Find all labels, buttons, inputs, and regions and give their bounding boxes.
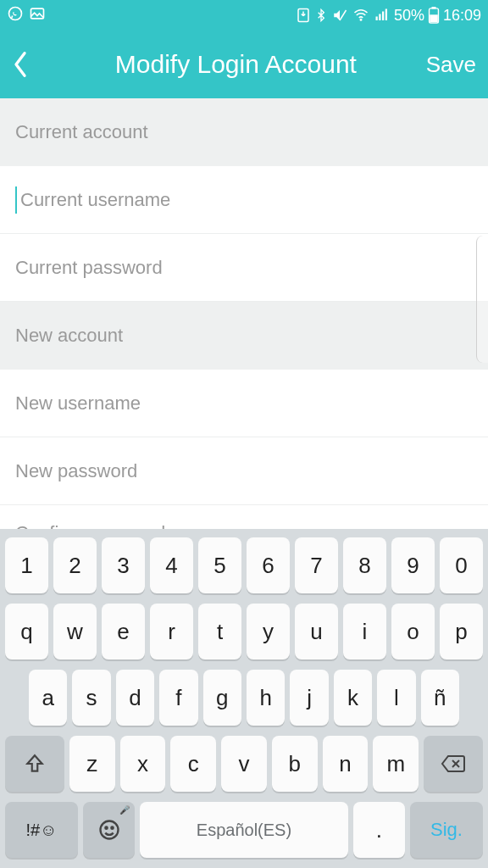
section-new-account: New account — [0, 302, 488, 370]
svg-rect-10 — [432, 7, 435, 8]
current-username-field[interactable]: Current username — [0, 166, 488, 234]
spacebar[interactable]: Español(ES) — [140, 802, 347, 858]
key-y[interactable]: y — [247, 604, 290, 659]
keyboard-row-3: a s d f g h j k l ñ — [5, 670, 483, 726]
key-r[interactable]: r — [150, 604, 193, 659]
key-b[interactable]: b — [272, 736, 318, 792]
clock: 16:09 — [443, 7, 481, 25]
svg-rect-5 — [375, 17, 377, 21]
keyboard: 1 2 3 4 5 6 7 8 9 0 q w e r t y u i o p … — [0, 529, 488, 868]
key-w[interactable]: w — [53, 604, 97, 659]
current-password-field[interactable]: Current password — [0, 234, 488, 302]
key-4[interactable]: 4 — [150, 537, 193, 593]
svg-point-14 — [100, 821, 118, 839]
key-p[interactable]: p — [440, 604, 483, 659]
new-password-field[interactable]: New password — [0, 437, 488, 505]
emoji-icon — [97, 818, 121, 842]
mute-icon — [331, 8, 348, 23]
battery-percent: 50% — [394, 7, 424, 25]
key-m[interactable]: m — [373, 736, 419, 792]
svg-point-16 — [111, 827, 113, 829]
new-username-placeholder: New username — [15, 392, 141, 415]
key-s[interactable]: s — [72, 670, 110, 726]
key-8[interactable]: 8 — [343, 537, 386, 593]
keyboard-row-1: 1 2 3 4 5 6 7 8 9 0 — [5, 537, 483, 593]
keyboard-row-4: z x c v b n m — [5, 736, 483, 792]
svg-line-3 — [340, 10, 347, 20]
backspace-icon — [441, 754, 466, 773]
form-content: Current account Current username Current… — [0, 98, 488, 548]
shift-key[interactable] — [5, 736, 64, 792]
svg-rect-7 — [382, 12, 384, 21]
svg-point-4 — [360, 19, 362, 21]
key-2[interactable]: 2 — [53, 537, 97, 593]
status-bar: 50% 16:09 — [0, 0, 488, 31]
signal-icon — [374, 8, 391, 23]
period-key[interactable]: . — [353, 802, 405, 858]
backspace-key[interactable] — [424, 736, 483, 792]
key-d[interactable]: d — [116, 670, 154, 726]
svg-point-0 — [9, 8, 22, 20]
shift-icon — [24, 753, 46, 775]
key-f[interactable]: f — [159, 670, 197, 726]
key-j[interactable]: j — [290, 670, 328, 726]
key-t[interactable]: t — [198, 604, 241, 659]
whatsapp-icon — [7, 5, 24, 25]
new-username-field[interactable]: New username — [0, 370, 488, 437]
key-9[interactable]: 9 — [391, 537, 435, 593]
key-k[interactable]: k — [334, 670, 372, 726]
key-z[interactable]: z — [69, 736, 115, 792]
scroll-handle[interactable] — [476, 236, 488, 363]
key-7[interactable]: 7 — [295, 537, 338, 593]
svg-point-15 — [105, 827, 107, 829]
back-button[interactable] — [12, 50, 46, 79]
key-n[interactable]: n — [323, 736, 369, 792]
svg-rect-8 — [385, 9, 387, 21]
text-cursor — [15, 186, 17, 214]
go-key[interactable]: Sig. — [410, 802, 483, 858]
image-icon — [29, 5, 46, 25]
app-bar: Modify Login Account Save — [0, 31, 488, 98]
key-3[interactable]: 3 — [102, 537, 145, 593]
key-h[interactable]: h — [247, 670, 285, 726]
key-ñ[interactable]: ñ — [421, 670, 459, 726]
key-q[interactable]: q — [5, 604, 48, 659]
keyboard-row-2: q w e r t y u i o p — [5, 604, 483, 659]
download-icon — [296, 8, 311, 23]
key-l[interactable]: l — [377, 670, 415, 726]
key-g[interactable]: g — [203, 670, 241, 726]
wifi-icon — [352, 8, 370, 23]
key-c[interactable]: c — [170, 736, 216, 792]
key-v[interactable]: v — [221, 736, 267, 792]
key-a[interactable]: a — [29, 670, 67, 726]
key-0[interactable]: 0 — [440, 537, 483, 593]
page-title: Modify Login Account — [115, 50, 357, 79]
symbols-key[interactable]: !#☺ — [5, 802, 78, 858]
key-6[interactable]: 6 — [247, 537, 290, 593]
current-username-placeholder: Current username — [20, 189, 170, 211]
battery-icon — [428, 7, 440, 24]
mic-hint-icon: 🎤 — [119, 805, 130, 815]
key-x[interactable]: x — [120, 736, 166, 792]
emoji-key[interactable]: 🎤 — [83, 802, 135, 858]
new-password-placeholder: New password — [15, 460, 137, 482]
key-i[interactable]: i — [343, 604, 386, 659]
svg-rect-6 — [379, 14, 380, 21]
bluetooth-icon — [314, 8, 328, 23]
key-o[interactable]: o — [391, 604, 435, 659]
svg-rect-11 — [430, 15, 437, 22]
key-u[interactable]: u — [295, 604, 338, 659]
section-current-account: Current account — [0, 98, 488, 166]
current-password-placeholder: Current password — [15, 257, 163, 279]
key-1[interactable]: 1 — [5, 537, 48, 593]
key-e[interactable]: e — [102, 604, 145, 659]
keyboard-row-bottom: !#☺ 🎤 Español(ES) . Sig. — [5, 802, 483, 858]
key-5[interactable]: 5 — [198, 537, 241, 593]
save-button[interactable]: Save — [426, 52, 476, 78]
